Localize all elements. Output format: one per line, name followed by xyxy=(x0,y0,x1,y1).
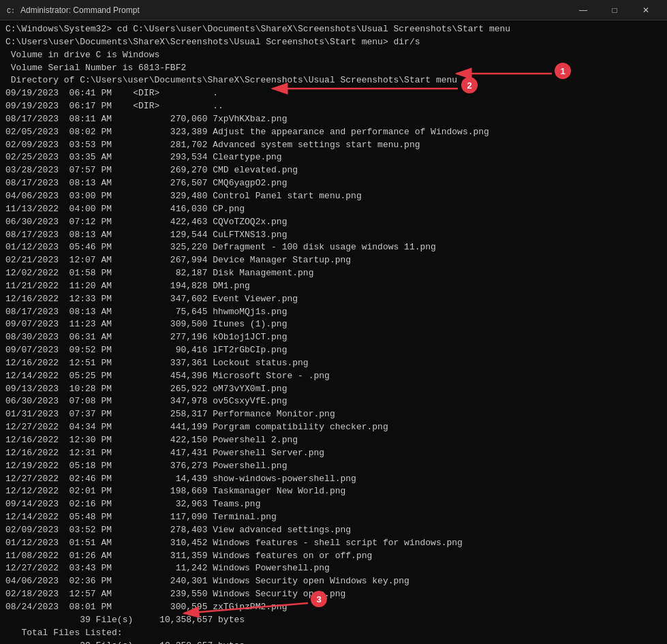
terminal-line: 08/17/2023 08:13 AM 276,507 CMQ6yagpO2.p… xyxy=(5,177,662,190)
terminal-line: 03/28/2023 07:57 PM 269,270 CMD elevated… xyxy=(5,164,662,177)
terminal-line: 02/09/2023 03:52 PM 278,403 View advance… xyxy=(5,524,662,537)
terminal-line: Volume Serial Number is 6813-FBF2 xyxy=(5,62,662,75)
terminal-line: 08/30/2023 06:31 AM 277,196 kOb1oj1JCT.p… xyxy=(5,331,662,344)
terminal-line: Volume in drive C is Windows xyxy=(5,49,662,62)
terminal-line: 09/07/2023 11:23 AM 309,500 Itunes (1).p… xyxy=(5,318,662,331)
terminal-line: 09/07/2023 09:52 PM 90,416 lFT2rGbCIp.pn… xyxy=(5,344,662,357)
terminal-line: 12/27/2022 03:43 PM 11,242 Windows Power… xyxy=(5,562,662,575)
terminal-line: 08/24/2023 08:01 PM 300,595 zxTGipzPM2.p… xyxy=(5,601,662,614)
terminal-line: 12/14/2022 05:25 PM 454,396 Microsoft St… xyxy=(5,370,662,383)
terminal-line: 02/25/2023 03:35 AM 293,534 Cleartype.pn… xyxy=(5,151,662,164)
terminal-line: 01/12/2023 05:46 PM 325,220 Defragment -… xyxy=(5,241,662,254)
terminal-line: 02/18/2023 12:57 AM 239,550 Windows Secu… xyxy=(5,588,662,601)
terminal-line: 12/16/2022 12:31 PM 417,431 Powershell S… xyxy=(5,447,662,460)
terminal-line: 12/16/2022 12:30 PM 422,150 Powershell 2… xyxy=(5,434,662,447)
terminal-line: 12/14/2022 05:48 PM 117,090 Terminal.png xyxy=(5,511,662,524)
terminal-line: 11/08/2022 01:26 AM 311,359 Windows feat… xyxy=(5,550,662,563)
close-button[interactable]: ✕ xyxy=(630,0,662,20)
terminal-line: 08/17/2023 08:13 AM 75,645 hhwmoMQj1s.pn… xyxy=(5,306,662,319)
window-title: Administrator: Command Prompt xyxy=(20,5,140,15)
terminal-line: 01/12/2023 01:51 AM 310,452 Windows feat… xyxy=(5,537,662,550)
terminal-body: C:\Windows\System32> cd C:\Users\user\Do… xyxy=(0,20,667,644)
terminal-line: 09/13/2023 10:28 PM 265,922 oM73vYX0mI.p… xyxy=(5,383,662,396)
terminal-line: 04/06/2023 03:00 PM 329,480 Control Pane… xyxy=(5,190,662,203)
terminal-line: 04/06/2023 02:36 PM 240,301 Windows Secu… xyxy=(5,575,662,588)
terminal-line: 08/17/2023 08:13 AM 129,544 CuLFTXNS13.p… xyxy=(5,229,662,242)
terminal-line: 06/30/2023 07:08 PM 347,978 ov5CsxyVfE.p… xyxy=(5,395,662,408)
maximize-button[interactable]: □ xyxy=(599,0,630,20)
terminal-line: Total Files Listed: xyxy=(5,627,662,640)
terminal-line: 06/30/2023 07:12 PM 422,463 CQVoTZOQ2x.p… xyxy=(5,216,662,229)
terminal-line: Directory of C:\Users\user\Documents\Sha… xyxy=(5,74,662,87)
terminal-line: 09/19/2023 06:17 PM <DIR> .. xyxy=(5,100,662,113)
terminal-line: 12/16/2022 12:51 PM 337,361 Lockout stat… xyxy=(5,357,662,370)
terminal-line: 09/14/2023 02:16 PM 32,963 Teams.png xyxy=(5,498,662,511)
minimize-button[interactable]: — xyxy=(568,0,599,20)
terminal-output: C:\Windows\System32> cd C:\Users\user\Do… xyxy=(5,23,662,644)
terminal-line: 02/09/2023 03:53 PM 281,702 Advanced sys… xyxy=(5,139,662,152)
terminal-line: 11/13/2022 04:00 PM 416,030 CP.png xyxy=(5,203,662,216)
window-controls: — □ ✕ xyxy=(568,0,662,20)
terminal-line: 12/19/2022 05:18 PM 376,273 Powershell.p… xyxy=(5,460,662,473)
cmd-icon: C: xyxy=(5,5,16,16)
svg-text:C:: C: xyxy=(7,7,15,15)
terminal-line: 12/27/2022 04:34 PM 441,199 Porgram comp… xyxy=(5,421,662,434)
window: C: Administrator: Command Prompt — □ ✕ C… xyxy=(0,0,667,644)
terminal-line: 12/27/2022 02:46 PM 14,439 show-windows-… xyxy=(5,473,662,486)
terminal-line: 02/21/2023 12:07 AM 267,994 Device Manag… xyxy=(5,254,662,267)
title-bar: C: Administrator: Command Prompt — □ ✕ xyxy=(0,0,667,20)
terminal-line: 12/16/2022 12:33 PM 347,602 Event Viewer… xyxy=(5,293,662,306)
terminal-line: 39 File(s) 10,358,657 bytes xyxy=(5,640,662,645)
terminal-line: 01/31/2023 07:37 PM 258,317 Performance … xyxy=(5,408,662,421)
terminal-line: 11/21/2022 11:20 AM 194,828 DM1.png xyxy=(5,280,662,293)
terminal-line: 09/19/2023 06:41 PM <DIR> . xyxy=(5,87,662,100)
terminal-line: 02/05/2023 08:02 PM 323,389 Adjust the a… xyxy=(5,126,662,139)
terminal-line: 12/12/2022 02:01 PM 198,669 Taskmanager … xyxy=(5,485,662,498)
terminal-line: 39 File(s) 10,358,657 bytes xyxy=(5,614,662,627)
terminal-line: 08/17/2023 08:11 AM 270,060 7xpVhKXbaz.p… xyxy=(5,113,662,126)
terminal-line: C:\Windows\System32> cd C:\Users\user\Do… xyxy=(5,23,662,36)
terminal-line: C:\Users\user\Documents\ShareX\Screensho… xyxy=(5,36,662,49)
title-bar-left: C: Administrator: Command Prompt xyxy=(5,5,140,16)
terminal-line: 12/02/2022 01:58 PM 82,187 Disk Manageme… xyxy=(5,267,662,280)
